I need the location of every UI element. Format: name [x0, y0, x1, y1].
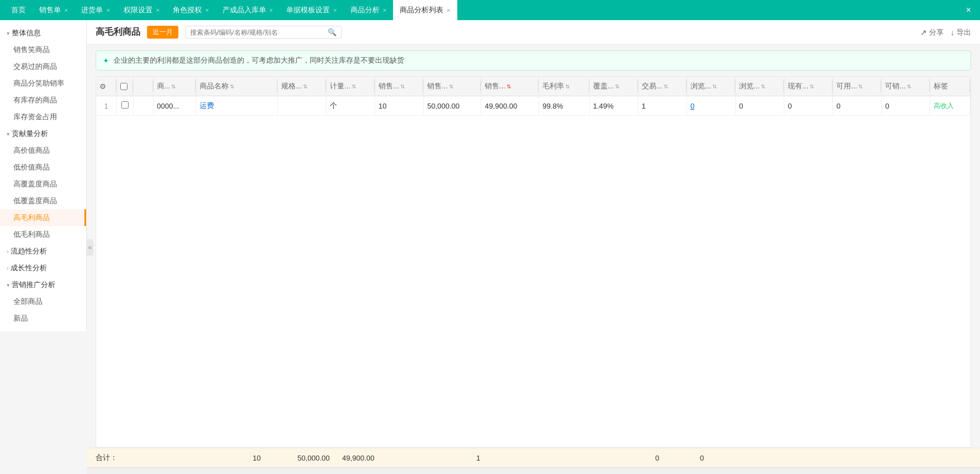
- table-row: 1 0000... 运费: [96, 96, 970, 116]
- sidebar-collapse-button[interactable]: «: [87, 239, 93, 256]
- cell-tag: 高收入: [930, 96, 970, 116]
- sort-spec-icon[interactable]: ⇅: [303, 83, 307, 90]
- sort-views2-icon[interactable]: ⇅: [761, 83, 765, 90]
- cell-transactions: 1: [638, 96, 687, 116]
- nav-purchase-order[interactable]: 进货单 ×: [74, 0, 116, 20]
- col-num: [133, 77, 153, 96]
- sort-gross-margin-icon[interactable]: ⇅: [565, 83, 570, 90]
- col-name: 商品名称 ⇅: [196, 77, 278, 96]
- col-settings: ⚙: [96, 77, 116, 96]
- table-header-row: ⚙ 商...: [96, 77, 970, 96]
- cell-sales-qty: 10: [375, 96, 424, 116]
- col-code: 商... ⇅: [153, 77, 196, 96]
- sidebar-item-high-coverage[interactable]: 高覆盖度商品: [0, 176, 86, 193]
- sidebar-group-growth[interactable]: › 成长性分析: [0, 260, 86, 276]
- cell-coverage: 1.49%: [589, 96, 638, 116]
- filter-recent-month-button[interactable]: 近一月: [147, 26, 178, 39]
- sort-unit-icon[interactable]: ⇅: [352, 83, 356, 90]
- cell-sellable: 0: [882, 96, 930, 116]
- sidebar-group-overall[interactable]: ▾ 整体信息: [0, 25, 86, 41]
- nav-sales-order[interactable]: 销售单 ×: [32, 0, 74, 20]
- sidebar-item-low-margin[interactable]: 低毛利商品: [0, 226, 86, 243]
- footer-sellable: 0: [697, 454, 741, 462]
- col-available: 可用... ⇅: [833, 77, 882, 96]
- sidebar-group-flow[interactable]: › 流趋性分析: [0, 243, 86, 260]
- sidebar-item-high-margin[interactable]: 高毛利商品: [0, 209, 86, 226]
- sort-sales-cost-icon[interactable]: ⇅: [506, 83, 511, 90]
- data-table: ⚙ 商...: [96, 77, 970, 116]
- sort-available-icon[interactable]: ⇅: [858, 83, 863, 90]
- footer-sales-cost: 49,900.00: [339, 454, 384, 462]
- nav-role-auth[interactable]: 角色授权 ×: [166, 0, 215, 20]
- col-gross-margin: 毛利率 ⇅: [539, 77, 589, 96]
- sidebar-item-traded[interactable]: 交易过的商品: [0, 58, 86, 75]
- close-template-settings[interactable]: ×: [333, 0, 337, 20]
- horizontal-scrollbar[interactable]: [87, 467, 980, 474]
- share-button[interactable]: ↗ 分享: [920, 27, 944, 37]
- close-product-analysis[interactable]: ×: [383, 0, 386, 20]
- close-role-auth[interactable]: ×: [205, 0, 209, 20]
- sidebar-item-stock-capital[interactable]: 库存资金占用: [0, 109, 86, 125]
- sidebar-group-contribution[interactable]: ▾ 贡献量分析: [0, 125, 86, 142]
- sidebar-item-in-stock[interactable]: 有库存的商品: [0, 92, 86, 109]
- row-checkbox[interactable]: [121, 101, 129, 109]
- close-sales-order[interactable]: ×: [64, 0, 68, 20]
- export-button[interactable]: ↓ 导出: [950, 27, 971, 37]
- sort-current-stock-icon[interactable]: ⇅: [809, 83, 814, 90]
- sidebar: ▾ 整体信息 销售笑商品 交易过的商品 商品分笑助销率 有库存的商品 库存资金占…: [0, 20, 87, 331]
- footer-sales-amount: 50,000.00: [294, 454, 339, 462]
- close-product-analysis-list[interactable]: ×: [447, 0, 450, 20]
- close-product-inbound[interactable]: ×: [269, 0, 273, 20]
- col-tag: 标签: [930, 77, 970, 96]
- sidebar-item-all-products[interactable]: 全部商品: [0, 293, 86, 310]
- sidebar-item-sales-commodity[interactable]: 销售笑商品: [0, 41, 86, 58]
- sort-code-icon[interactable]: ⇅: [171, 83, 176, 90]
- sort-transactions-icon[interactable]: ⇅: [664, 83, 668, 90]
- search-icon[interactable]: 🔍: [328, 28, 337, 36]
- close-all-tabs[interactable]: ×: [962, 5, 976, 15]
- select-all-checkbox[interactable]: [120, 83, 127, 90]
- col-unit: 计量... ⇅: [326, 77, 375, 96]
- col-current-stock: 现有... ⇅: [784, 77, 833, 96]
- content-area: 高毛利商品 近一月 🔍 ↗ 分享 ↓ 导出 ✦ 企业的主要的利润都是这部分商品创…: [87, 20, 980, 474]
- search-input[interactable]: [190, 29, 324, 36]
- table-container: ⚙ 商...: [96, 76, 971, 448]
- col-coverage: 覆盖... ⇅: [589, 77, 638, 96]
- sidebar-item-sales-rate[interactable]: 商品分笑助销率: [0, 75, 86, 92]
- nav-product-inbound[interactable]: 产成品入库单 ×: [216, 0, 280, 20]
- chevron-marketing-icon: ▾: [7, 282, 10, 288]
- close-permission-settings[interactable]: ×: [156, 0, 159, 20]
- sidebar-group-marketing[interactable]: ▾ 营销推广分析: [0, 276, 86, 293]
- footer-available: 0: [652, 454, 697, 462]
- cell-num: 1: [96, 96, 116, 116]
- col-views1: 浏览... ⇅: [687, 77, 735, 96]
- info-icon: ✦: [103, 57, 109, 65]
- cell-available: 0: [833, 96, 882, 116]
- sort-sellable-icon[interactable]: ⇅: [907, 83, 911, 90]
- main-layout: ▾ 整体信息 销售笑商品 交易过的商品 商品分笑助销率 有库存的商品 库存资金占…: [0, 20, 980, 474]
- sort-sales-amount-icon[interactable]: ⇅: [449, 83, 453, 90]
- col-checkbox: [116, 77, 133, 96]
- nav-home[interactable]: 首页: [4, 0, 32, 20]
- sidebar-item-new-products[interactable]: 新品: [0, 310, 86, 327]
- sidebar-item-low-value[interactable]: 低价值商品: [0, 159, 86, 176]
- cell-sales-cost: 49,900.00: [481, 96, 539, 116]
- close-purchase-order[interactable]: ×: [106, 0, 110, 20]
- settings-icon[interactable]: ⚙: [100, 82, 106, 91]
- sort-sales-qty-icon[interactable]: ⇅: [400, 83, 405, 90]
- sidebar-item-high-value[interactable]: 高价值商品: [0, 142, 86, 159]
- total-label: 合计：: [96, 453, 117, 463]
- sort-coverage-icon[interactable]: ⇅: [615, 83, 619, 90]
- col-sales-cost: 销售... ⇅: [481, 77, 539, 96]
- cell-views2: 0: [736, 96, 784, 116]
- nav-product-analysis-list[interactable]: 商品分析列表 ×: [393, 0, 457, 20]
- footer-sales-qty: 10: [249, 454, 294, 462]
- sidebar-item-low-coverage[interactable]: 低覆盖度商品: [0, 193, 86, 209]
- sort-name-icon[interactable]: ⇅: [230, 83, 234, 90]
- cell-name[interactable]: 运费: [196, 96, 278, 116]
- nav-permission-settings[interactable]: 权限设置 ×: [117, 0, 166, 20]
- nav-product-analysis[interactable]: 商品分析 ×: [344, 0, 393, 20]
- col-transactions: 交易... ⇅: [638, 77, 687, 96]
- sort-views1-icon[interactable]: ⇅: [712, 83, 717, 90]
- nav-template-settings[interactable]: 单据模板设置 ×: [280, 0, 343, 20]
